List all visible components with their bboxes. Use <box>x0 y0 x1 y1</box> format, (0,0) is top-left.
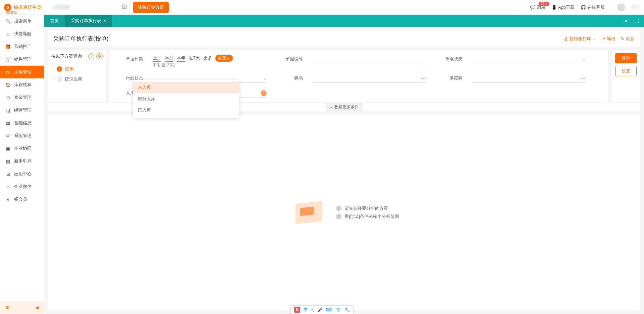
print-button[interactable]: 🖨按模板打印 ⌄ <box>564 36 596 42</box>
chevron-down-icon: ⌄ <box>582 56 586 61</box>
ime-keyboard-icon[interactable]: ⌨ <box>326 307 332 312</box>
cart-icon: 🛒 <box>5 57 11 62</box>
list-icon: ▦ <box>5 120 11 126</box>
date-range: 不限 至 不限 <box>153 62 267 68</box>
sidebar-item-wechat[interactable]: ○企业微信 <box>0 180 44 193</box>
supplier-label: 供应商 <box>436 74 463 81</box>
scheme-by-order[interactable]: ●按单 <box>57 64 102 74</box>
chart-icon: 📊 <box>5 108 11 113</box>
more-icon: ••• <box>580 76 586 81</box>
date-tab-7days[interactable]: 近7天 <box>189 55 200 62</box>
separator <box>611 4 611 10</box>
code-input[interactable] <box>312 55 426 63</box>
footer-gear-icon[interactable]: ⚙ <box>5 305 9 310</box>
messages-button[interactable]: 💬 消息 99 + <box>530 4 545 10</box>
avatar[interactable] <box>617 3 625 11</box>
tab-home[interactable]: 首页 <box>44 15 65 27</box>
ime-voice-icon[interactable]: 🎤 <box>317 307 323 312</box>
sidebar-item-business[interactable]: 📊经营管理 <box>0 104 44 117</box>
sidebar-item-apps[interactable]: ⊞应用中心 <box>0 168 44 180</box>
gift-icon: 🎁 <box>5 44 11 49</box>
sidebar-item-finance[interactable]: ⊙资金管理 <box>0 91 44 104</box>
team-icon: ▣ <box>5 146 11 151</box>
sidebar-item-guide[interactable]: ▤新手引导 <box>0 155 44 168</box>
collapse-filters-button[interactable]: ︽ 收起更多条件 <box>326 103 363 111</box>
refresh-button[interactable]: ↻刷新 <box>621 36 635 42</box>
bag-icon: 🛍 <box>5 69 11 75</box>
add-scheme-icon[interactable]: + <box>88 53 94 59</box>
step-2-badge: 2 <box>336 213 342 219</box>
step-1-badge: 1 <box>336 205 342 211</box>
gear-icon[interactable] <box>122 4 127 10</box>
results-area: 1请先选择要分析的方案 2用[过滤]条件来缩小分析范围 <box>48 115 640 310</box>
close-icon[interactable]: × <box>103 18 106 23</box>
refresh-icon: ↻ <box>621 36 625 41</box>
fullscreen-icon[interactable]: ⛶ <box>632 16 641 25</box>
company-select[interactable]: 公司名称 ⌄ <box>52 4 114 10</box>
chevron-down-icon: ⌄ <box>263 76 267 81</box>
mobile-icon: 📱 <box>551 5 557 10</box>
sidebar-item-basic[interactable]: ▦基础信息 <box>0 117 44 129</box>
date-tab-thismonth[interactable]: 本月 <box>165 55 173 62</box>
date-tab-thisyear[interactable]: 本年 <box>177 55 185 62</box>
sidebar-item-inventory[interactable]: 🏠库存核算 <box>0 78 44 91</box>
sidebar-footer: ⚙ ◀ <box>0 301 44 314</box>
book-icon: ▤ <box>5 159 11 164</box>
goods-select[interactable]: ••• <box>312 74 426 83</box>
sidebar-item-search[interactable]: 🔍搜索菜单 <box>0 15 44 27</box>
tabs-actions: ✕ ⛶ <box>621 16 644 25</box>
scheme-by-supplier[interactable]: ◷按供应商 <box>57 74 102 84</box>
dropdown-option[interactable]: 部分入库 <box>133 93 239 105</box>
date-filter: 上月 本月 本年 近7天 更多 自定义 不限 至 不限 <box>153 55 267 68</box>
support-button[interactable]: 🎧 在线客服 <box>581 4 605 10</box>
query-panel-title: 按以下方案查询 + ⚙ <box>51 53 102 59</box>
date-label: 单据日期 <box>116 55 143 62</box>
chevron-up-icon: ⌃ <box>261 90 267 96</box>
supplier-select[interactable]: ••• <box>472 74 586 83</box>
tabs-bar: 首页 采购订单执行表 × ✕ ⛶ <box>44 15 644 27</box>
scheme-settings-icon[interactable]: ⚙ <box>96 53 102 59</box>
apps-icon: ⊞ <box>5 171 11 177</box>
sidebar-item-purchase[interactable]: 🛍采购管理 <box>0 66 44 78</box>
ime-lang[interactable]: 中 <box>304 307 308 313</box>
date-tab-custom[interactable]: 自定义 <box>215 55 233 62</box>
message-icon: 💬 <box>530 5 535 10</box>
settings-button[interactable]: 设置 <box>615 66 637 76</box>
message-badge: 99 + <box>539 2 549 6</box>
ime-logo-icon[interactable]: S <box>294 307 300 313</box>
date-tab-more[interactable]: 更多 <box>203 55 212 62</box>
collapse-sidebar-icon[interactable]: ◀ <box>35 305 39 310</box>
ime-punct-icon[interactable]: •, <box>311 307 314 312</box>
double-up-icon: ︽ <box>329 105 334 109</box>
edition-label: 标准版 <box>6 10 17 15</box>
export-button[interactable]: ↗导出 <box>602 36 615 42</box>
page-header: 采购订单执行表(按单) 🖨按模板打印 ⌄ ↗导出 ↻刷新 <box>48 31 640 47</box>
collapse-panel-icon[interactable]: « <box>102 53 104 58</box>
headset-icon: 🎧 <box>581 5 586 10</box>
page-title: 采购订单执行表(按单) <box>53 35 108 43</box>
clock-icon: ◷ <box>57 76 62 82</box>
status-select[interactable]: ⌄ <box>472 55 586 63</box>
app-download-button[interactable]: 📱 App下载 <box>551 4 575 10</box>
dropdown-option[interactable]: 已入库 <box>133 105 239 116</box>
sidebar-item-quicknav[interactable]: ⌂快捷导航 <box>0 27 44 40</box>
date-tab-lastmonth[interactable]: 上月 <box>153 55 161 62</box>
tab-purchase-exec[interactable]: 采购订单执行表 × <box>65 15 112 27</box>
empty-state: 1请先选择要分析的方案 2用[过滤]条件来缩小分析范围 <box>289 196 399 229</box>
ime-toolbar: S 中 •, 🎤 ⌨ 👕 🔧 <box>290 305 354 314</box>
sidebar-item-member[interactable]: V畅会员 <box>0 193 44 206</box>
sidebar-item-marketing[interactable]: 🎁营销推广 <box>0 40 44 53</box>
dropdown-option[interactable]: 未入库 <box>133 82 239 93</box>
export-icon: ↗ <box>602 36 605 41</box>
close-all-icon[interactable]: ✕ <box>621 16 631 25</box>
ime-skin-icon[interactable]: 👕 <box>336 307 341 312</box>
warehouse-icon: 🏠 <box>5 82 11 87</box>
cta-button[interactable]: 体验行业方案 <box>133 2 169 13</box>
instock-dropdown: 未入库 部分入库 已入库 <box>133 80 239 118</box>
ime-tools-icon[interactable]: 🔧 <box>344 307 350 312</box>
sidebar-item-enterprise[interactable]: ▣企业协同 <box>0 142 44 155</box>
query-button[interactable]: 查询 <box>615 53 637 63</box>
status-label: 单据状态 <box>436 55 463 62</box>
sidebar-item-sales[interactable]: 🛒销售管理 <box>0 53 44 66</box>
sidebar-item-system[interactable]: ⚙系统管理 <box>0 129 44 142</box>
